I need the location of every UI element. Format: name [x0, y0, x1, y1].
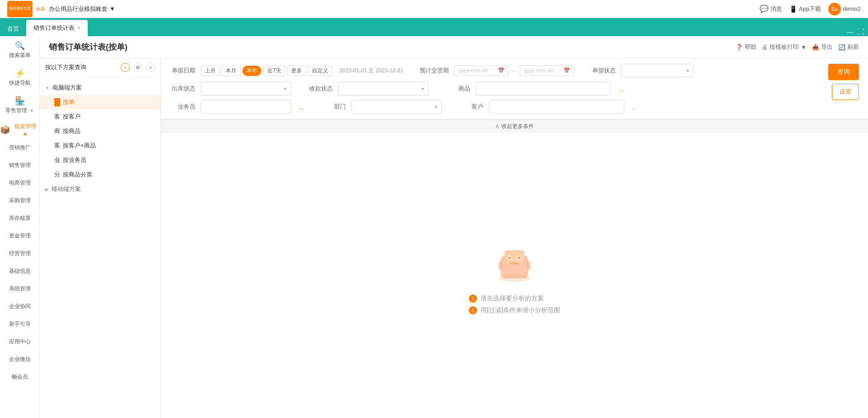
collapse-icon: ∧ [495, 123, 501, 129]
user-menu[interactable]: Ea demo2 [828, 3, 861, 15]
left-panel: 按以下方案查询 + ⚙ « ▼ 电脑端方案 按 按单 [40, 58, 161, 418]
search-icon: 🔍 [0, 41, 39, 51]
add-scheme-button[interactable]: + [121, 63, 130, 72]
svg-point-6 [518, 256, 520, 259]
goods-more-icon[interactable]: … [618, 86, 624, 92]
date-from-input[interactable]: yyyy-mm-dd 📅 [454, 65, 509, 76]
user-label: demo2 [843, 5, 861, 12]
tree-collapse-arrow: ▼ [45, 86, 50, 90]
sidebar-item-operation[interactable]: 经营管理 [0, 244, 39, 262]
collapse-panel-button[interactable]: « [146, 63, 155, 72]
scheme-by-customer-goods[interactable]: 客 按客户+商品 [40, 138, 160, 153]
help-button[interactable]: ❓ 帮助 [736, 43, 756, 51]
setting-button[interactable]: 设置 [832, 84, 859, 100]
restore-icon[interactable]: — [846, 28, 854, 36]
sidebar-label-retail: 零售管理 ▼ [0, 107, 39, 114]
logo: 畅捷通好生意 [7, 1, 33, 17]
date-to-input[interactable]: yyyy-mm-dd 📅 [520, 65, 574, 76]
page-header: 销售订单统计表(按单) ❓ 帮助 🖨 按模板打印 ▼ 📤 导出 🔄 刷新 [40, 36, 868, 58]
sidebar-item-collab[interactable]: 企业协同 [0, 297, 39, 315]
refresh-icon: 🔄 [838, 44, 845, 51]
sidebar-item-retail[interactable]: 🏪 零售管理 ▼ [0, 91, 39, 119]
scheme-by-order[interactable]: 按 按单 [40, 95, 160, 109]
sidebar-item-wechat[interactable]: 企业微信 [0, 350, 39, 368]
scheme-by-category[interactable]: 分 按商品分类 [40, 167, 160, 182]
scheme-by-category-label: 按商品分类 [63, 171, 92, 179]
print-icon: 🖨 [762, 44, 768, 51]
left-panel-icons: + ⚙ « [121, 63, 155, 72]
tab-home[interactable]: 首页 [0, 22, 26, 36]
date-btn-more[interactable]: 更多 [287, 66, 306, 76]
sidebar-label-operation: 经营管理 [0, 250, 39, 257]
sidebar-item-quicknav[interactable]: ⚡ 快捷导航 [0, 64, 39, 91]
scheme-salesman-icon: 业 [54, 156, 60, 164]
scheme-by-salesman[interactable]: 业 按业务员 [40, 153, 160, 167]
scheme-by-customer[interactable]: 客 按客户 [40, 109, 160, 124]
sidebar-item-system[interactable]: 系统管理 [0, 280, 39, 297]
sidebar-label-quicknav: 快捷导航 [0, 79, 39, 87]
tab-sales-order[interactable]: 销售订单统计表 × [26, 20, 88, 36]
sidebar-item-wholesale[interactable]: 📦 批发管理 ▲ [0, 119, 39, 138]
message-icon: 💬 [760, 5, 769, 13]
date-btn-7days[interactable]: 近7天 [263, 66, 285, 76]
date-btn-this-month[interactable]: 本月 [222, 66, 241, 76]
message-button[interactable]: 💬 消息 [760, 5, 782, 13]
customer-more-icon[interactable]: … [632, 104, 637, 110]
wholesale-icon: 📦 [0, 125, 10, 135]
empty-illustration [487, 233, 542, 287]
tree-section: ▼ 电脑端方案 按 按单 客 按客户 商 按商品 [40, 77, 160, 200]
goods-label: 商品 [445, 85, 470, 93]
sidebar-item-appcenter[interactable]: 应用中心 [0, 332, 39, 350]
status-select[interactable] [621, 64, 693, 77]
avatar: Ea [828, 3, 841, 15]
sidebar-item-newguide[interactable]: 新手引导 [0, 315, 39, 332]
salesman-input[interactable] [201, 100, 291, 114]
customer-label: 客户 [458, 103, 483, 111]
sidebar-item-basic[interactable]: 基础信息 [0, 262, 39, 280]
sidebar-label-collab: 企业协同 [0, 303, 39, 310]
scheme-goods-icon: 商 [54, 127, 60, 135]
svg-rect-7 [510, 262, 519, 264]
sidebar-item-marketing[interactable]: 营销推广 [0, 138, 39, 156]
sidebar-item-finance[interactable]: 资金管理 [0, 227, 39, 244]
search-button[interactable]: 查询 [828, 64, 859, 80]
print-button[interactable]: 🖨 按模板打印 ▼ [762, 43, 807, 51]
company-selector[interactable]: 办公用品行业模拟账套 ▼ [49, 5, 115, 13]
sidebar-label-finance: 资金管理 [0, 232, 39, 240]
scheme-by-goods[interactable]: 商 按商品 [40, 124, 160, 138]
empty-tip-2: 2 用[过滤]条件来缩小分析范围 [469, 306, 560, 314]
refresh-button[interactable]: 🔄 刷新 [838, 43, 859, 51]
date-input-group: yyyy-mm-dd 📅 — yyyy-mm-dd 📅 [454, 65, 574, 76]
active-tab-label: 销售订单统计表 [33, 24, 75, 32]
department-select[interactable] [351, 100, 442, 114]
shipment-select[interactable] [201, 82, 291, 95]
sidebar-item-search[interactable]: 🔍 搜索菜单 [0, 36, 39, 64]
goods-input[interactable] [476, 82, 611, 95]
payment-select[interactable] [338, 82, 429, 95]
sidebar: 🔍 搜索菜单 ⚡ 快捷导航 🏪 零售管理 ▼ 📦 批发管理 ▲ 营销推广 销售管… [0, 36, 40, 418]
salesman-more-icon[interactable]: … [298, 104, 304, 110]
tab-close-icon[interactable]: × [77, 25, 80, 31]
export-button[interactable]: 📤 导出 [812, 43, 833, 51]
help-icon: ❓ [736, 44, 743, 51]
topbar-right: 💬 消息 📱 App下载 Ea demo2 [760, 3, 861, 15]
content: 销售订单统计表(按单) ❓ 帮助 🖨 按模板打印 ▼ 📤 导出 🔄 刷新 [40, 36, 868, 418]
tree-desktop-group[interactable]: ▼ 电脑端方案 [40, 81, 160, 95]
settings-scheme-button[interactable]: ⚙ [133, 63, 142, 72]
date-btn-last-month[interactable]: 上月 [201, 66, 220, 76]
sidebar-item-sales[interactable]: 销售管理 [0, 156, 39, 174]
date-btn-custom[interactable]: 自定义 [308, 66, 332, 76]
date-label: 单据日期 [170, 66, 195, 75]
date-btn-this-year[interactable]: 本年 [242, 66, 261, 76]
collapse-bar[interactable]: ∧ 收起更多条件 [161, 119, 868, 133]
sidebar-item-purchase[interactable]: 采购管理 [0, 191, 39, 209]
tree-mobile-group[interactable]: ▶ 移动端方案 [40, 182, 160, 196]
sidebar-item-ecommerce[interactable]: 电商管理 [0, 174, 39, 191]
sidebar-item-inventory[interactable]: 库存核算 [0, 209, 39, 227]
app-download-button[interactable]: 📱 App下载 [789, 5, 821, 13]
calendar-from-icon: 📅 [498, 67, 505, 74]
fullscreen-icon[interactable]: ⛶ [857, 28, 864, 36]
sidebar-item-member[interactable]: 畅会员 [0, 368, 39, 385]
customer-input[interactable] [489, 100, 624, 114]
scheme-by-order-label: 按单 [63, 98, 75, 106]
